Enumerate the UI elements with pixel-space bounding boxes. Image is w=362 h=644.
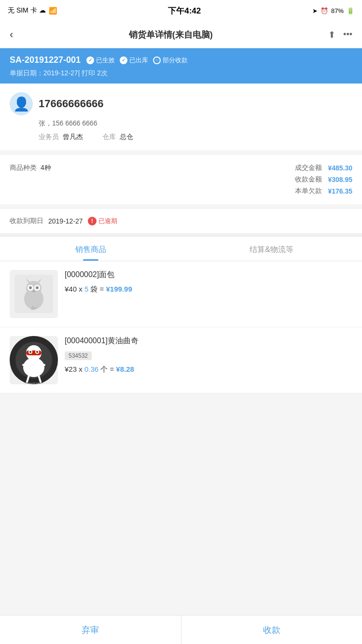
back-button[interactable]: ‹ [10,28,13,41]
customer-name: 张，156 6666 6666 [10,119,352,128]
svg-point-6 [36,286,39,289]
product-types-label: 商品种类 [10,164,37,172]
product-name-2: [000400001]黄油曲奇 [65,336,352,346]
product-types-item: 商品种类 4种 [10,164,51,172]
person-icon: 👤 [13,96,30,112]
badge-effective: 已生效 [86,56,115,65]
page-title: 销货单详情(来自电脑) [129,29,213,41]
product-name-1: [0000002]面包 [65,270,352,280]
product-image-1: 品+ [10,270,58,318]
warehouse-item: 仓库 总仓 [102,133,133,141]
product-thumbnail-2: diamond whale [10,336,58,384]
salesperson-value: 曾凡杰 [63,133,83,141]
product-info-1: [0000002]面包 ¥40 x 5 袋 = ¥199.99 [65,270,352,294]
product-thumbnail-1: 品+ [14,275,53,313]
received-amount-value: ¥308.95 [328,176,352,183]
product-item-1: 品+ [0000002]面包 ¥40 x 5 袋 = ¥199.99 [0,261,362,327]
product-tag-2: 534532 [65,351,92,360]
order-header-banner: SA-20191227-001 已生效 已出库 部分收款 单据日期：2019-1… [0,48,362,84]
overdue-icon: ! [88,217,97,225]
location-icon: ➤ [312,7,318,14]
overdue-badge: ! 已逾期 [88,217,117,225]
collect-payment-button[interactable]: 收款 [181,616,362,644]
received-amount-label: 收款金额 [295,175,322,184]
check-icon-shipped [120,56,127,64]
product-price-1: ¥40 x 5 袋 = ¥199.99 [65,285,352,294]
transaction-amount-value: ¥485.30 [328,164,352,172]
product-qty-1: 5 [84,285,88,293]
svg-rect-15 [26,350,42,355]
salesperson-item: 业务员 曾凡杰 [39,133,83,141]
svg-point-5 [29,286,32,289]
customer-row: 👤 17666666666 [10,92,352,115]
owed-amount-value: ¥176.35 [328,187,352,195]
transaction-amount-label: 成交金额 [295,164,322,172]
avatar: 👤 [10,92,33,115]
svg-text:品+: 品+ [31,306,37,310]
cancel-review-button[interactable]: 弃审 [0,616,181,644]
customer-phone: 17666666666 [39,98,104,110]
battery-icon: 🔋 [347,7,354,14]
tab-sales-products[interactable]: 销售商品 [0,237,181,261]
bottom-actions: 弃审 收款 [0,615,362,644]
due-date-label: 收款到期日 [10,217,43,225]
owed-amount-row: 本单欠款 ¥176.35 [295,187,352,196]
product-total-1: ¥199.99 [106,285,132,293]
clock-icon-partial [153,56,161,64]
order-date-row: 单据日期：2019-12-27| 打印 2次 [10,69,352,78]
svg-text:diamond whale: diamond whale [24,382,44,384]
svg-point-18 [29,351,31,353]
warehouse-label: 仓库 [102,133,116,141]
status-badges: 已生效 已出库 部分收款 [86,56,188,65]
summary-left: 商品种类 4种 [10,164,51,172]
received-amount-row: 收款金额 ¥308.95 [295,175,352,184]
svg-point-19 [36,351,38,353]
status-time: 下午4:42 [168,5,201,16]
more-button[interactable]: ••• [343,29,352,40]
product-qty-2: 0.36 [84,365,98,373]
wifi-icon: 📶 [49,7,57,14]
svg-point-14 [23,358,44,377]
status-left: 无 SIM 卡 ☁ 📶 [8,6,57,15]
transaction-amount-row: 成交金额 ¥485.30 [295,164,352,172]
share-button[interactable]: ⬆ [328,29,335,40]
salesperson-label: 业务员 [39,133,59,141]
nav-bar: ‹ 销货单详情(来自电脑) ⬆ ••• [0,21,362,48]
product-total-2: ¥8.28 [116,365,134,373]
overdue-label: 已逾期 [98,217,117,225]
due-date-section: 收款到期日 2019-12-27 ! 已逾期 [0,209,362,233]
alarm-icon: ⏰ [320,7,328,14]
badge-partial-payment: 部分收款 [153,56,188,65]
battery-label: 87% [331,7,344,14]
due-date-value: 2019-12-27 [48,217,83,225]
no-sim-label: 无 SIM 卡 ☁ [8,6,46,15]
tab-settlement-logistics[interactable]: 结算&物流等 [181,237,362,261]
summary-right: 成交金额 ¥485.30 收款金额 ¥308.95 本单欠款 ¥176.35 [295,164,352,196]
order-top-row: SA-20191227-001 已生效 已出库 部分收款 [10,55,352,65]
badge-shipped: 已出库 [120,56,148,65]
order-number: SA-20191227-001 [10,55,81,65]
section-divider [0,233,362,237]
customer-section: 👤 17666666666 张，156 6666 6666 业务员 曾凡杰 仓库… [0,84,362,150]
product-placeholder-1: 品+ [10,270,58,318]
product-info-2: [000400001]黄油曲奇 534532 ¥23 x 0.36 个 = ¥8… [65,336,352,374]
owed-amount-label: 本单欠款 [295,187,322,196]
product-item-2: diamond whale [000400001]黄油曲奇 534532 ¥23… [0,327,362,393]
nav-actions: ⬆ ••• [328,29,352,40]
summary-section: 商品种类 4种 成交金额 ¥485.30 收款金额 ¥308.95 本单欠款 ¥… [0,155,362,204]
status-right: ➤ ⏰ 87% 🔋 [312,7,354,14]
warehouse-value: 总仓 [120,133,133,141]
product-price-2: ¥23 x 0.36 个 = ¥8.28 [65,365,352,374]
product-types-value: 4种 [41,164,51,172]
tabs-bar: 销售商品 结算&物流等 [0,237,362,261]
status-bar: 无 SIM 卡 ☁ 📶 下午4:42 ➤ ⏰ 87% 🔋 [0,0,362,21]
customer-meta: 业务员 曾凡杰 仓库 总仓 [10,133,352,141]
product-image-2: diamond whale [10,336,58,384]
check-icon-effective [86,56,94,64]
products-list: 品+ [0000002]面包 ¥40 x 5 袋 = ¥199.99 [0,261,362,393]
